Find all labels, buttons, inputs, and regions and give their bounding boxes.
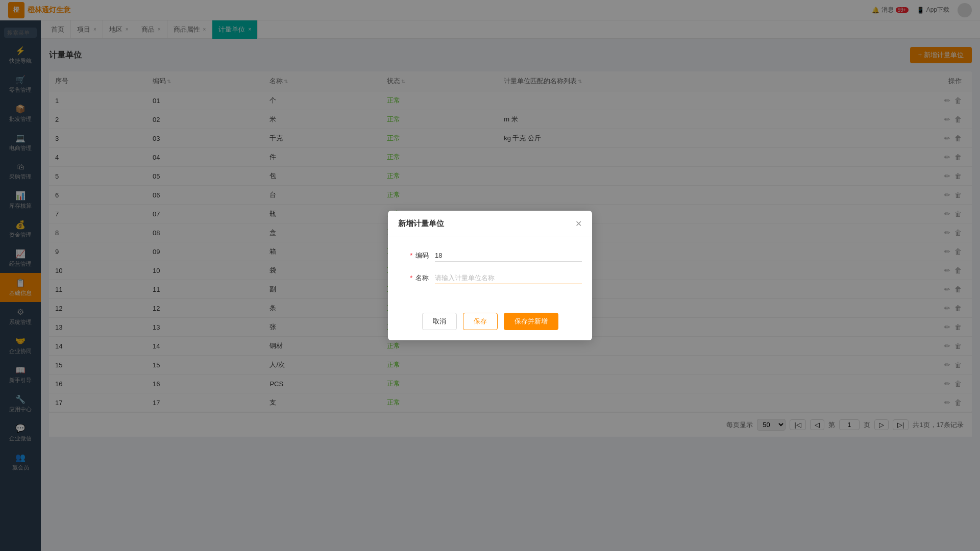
modal-footer: 取消 保存 保存并新增 xyxy=(388,307,592,340)
code-input[interactable] xyxy=(435,249,582,262)
modal-header: 新增计量单位 ✕ xyxy=(388,211,592,237)
save-button[interactable]: 保存 xyxy=(463,313,498,330)
form-row-name: * 名称 xyxy=(398,272,582,284)
modal-overlay: 新增计量单位 ✕ * 编码 * 名称 取消 保存 保存并新增 xyxy=(0,0,980,551)
name-input[interactable] xyxy=(435,272,582,284)
modal-close-button[interactable]: ✕ xyxy=(575,219,582,229)
modal-body: * 编码 * 名称 xyxy=(388,237,592,307)
required-mark-name: * xyxy=(410,274,412,282)
add-unit-modal: 新增计量单位 ✕ * 编码 * 名称 取消 保存 保存并新增 xyxy=(388,211,592,340)
name-label: * 名称 xyxy=(398,273,429,283)
required-mark: * xyxy=(410,252,412,259)
modal-title: 新增计量单位 xyxy=(398,219,444,229)
form-row-code: * 编码 xyxy=(398,249,582,262)
save-and-new-button[interactable]: 保存并新增 xyxy=(504,313,558,330)
code-label: * 编码 xyxy=(398,251,429,260)
cancel-button[interactable]: 取消 xyxy=(422,313,457,330)
